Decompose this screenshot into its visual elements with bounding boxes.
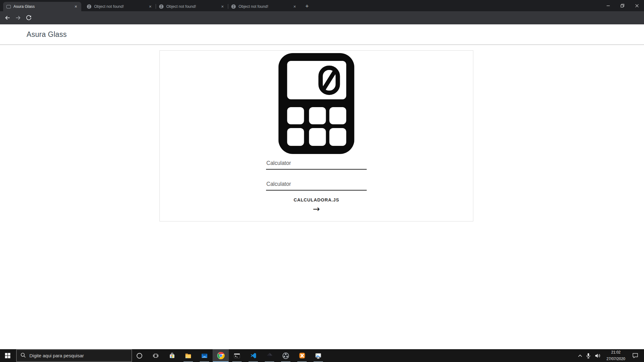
tab-asura-glass[interactable]: Asura Glass ✕ (3, 2, 81, 11)
search-input[interactable] (29, 353, 123, 358)
calculadora-js-button[interactable]: CALCULADORA.JS (160, 197, 473, 202)
tab-object-not-found-2[interactable]: Object not found! ✕ (156, 2, 228, 11)
vscode-icon[interactable] (245, 349, 261, 362)
calculator-field-1 (266, 160, 367, 170)
back-button[interactable] (3, 13, 13, 23)
task-view-icon[interactable] (148, 349, 164, 362)
mail-icon[interactable] (196, 349, 213, 362)
site-header: Asura Glass (0, 24, 644, 45)
tab-close-icon[interactable]: ✕ (73, 4, 78, 9)
microsoft-store-icon[interactable] (164, 349, 180, 362)
new-tab-button[interactable]: + (303, 2, 311, 11)
chrome-icon[interactable] (213, 349, 229, 362)
inkscape-icon[interactable] (261, 349, 278, 362)
windows-taskbar: 21:02 27/07/2020 (0, 349, 644, 362)
tab-close-icon[interactable]: ✕ (220, 4, 225, 9)
window-controls (601, 0, 644, 11)
tab-title: Object not found! (239, 4, 292, 9)
tray-chevron-icon[interactable] (576, 349, 584, 362)
page-title: Asura Glass (27, 30, 67, 39)
speaker-icon[interactable] (593, 349, 603, 362)
clock-time: 21:02 (611, 350, 621, 355)
taskbar-search[interactable] (16, 350, 132, 362)
tab-close-icon[interactable]: ✕ (292, 4, 297, 9)
calculator-field-2 (266, 181, 367, 191)
close-window-button[interactable] (630, 0, 644, 11)
clock-date: 27/07/2020 (606, 357, 625, 361)
xampp-icon[interactable] (294, 349, 310, 362)
forward-button[interactable] (13, 13, 23, 23)
calculator-icon (279, 53, 355, 155)
action-center-icon[interactable] (628, 349, 642, 362)
default-favicon (231, 4, 236, 9)
calculator-card: CALCULADORA.JS → (159, 50, 473, 221)
cortana-icon[interactable] (131, 349, 148, 362)
site-favicon (6, 4, 11, 9)
reload-button[interactable] (24, 13, 34, 23)
taskbar-clock[interactable]: 21:02 27/07/2020 (603, 349, 628, 362)
restore-button[interactable] (615, 0, 630, 11)
system-tray: 21:02 27/07/2020 (576, 349, 644, 362)
terminal-icon[interactable] (229, 349, 245, 362)
start-button[interactable] (0, 349, 15, 362)
minimize-button[interactable] (601, 0, 615, 11)
tab-close-icon[interactable]: ✕ (148, 4, 153, 9)
tab-title: Asura Glass (13, 4, 73, 9)
browser-tab-strip: Asura Glass ✕ Object not found! ✕ Object… (0, 0, 644, 11)
calculator-input-2[interactable] (266, 181, 367, 191)
tab-object-not-found-1[interactable]: Object not found! ✕ (84, 2, 156, 11)
search-icon (20, 352, 26, 359)
taskbar-app-icons (131, 349, 326, 362)
file-explorer-icon[interactable] (180, 349, 196, 362)
tab-title: Object not found! (94, 4, 148, 9)
tab-object-not-found-3[interactable]: Object not found! ✕ (228, 2, 300, 11)
task-manager-icon[interactable] (310, 349, 326, 362)
web-page: Asura Glass CALCULADORA.JS → (0, 24, 644, 349)
submit-arrow-button[interactable]: → (160, 204, 473, 214)
default-favicon (87, 4, 92, 9)
browser-toolbar: localhost/WebService/template/upload.htm… (0, 11, 644, 24)
obs-studio-icon[interactable] (278, 349, 294, 362)
calculator-input-1[interactable] (266, 160, 367, 170)
tab-title: Object not found! (166, 4, 220, 9)
default-favicon (159, 4, 164, 9)
microphone-icon[interactable] (584, 349, 593, 362)
